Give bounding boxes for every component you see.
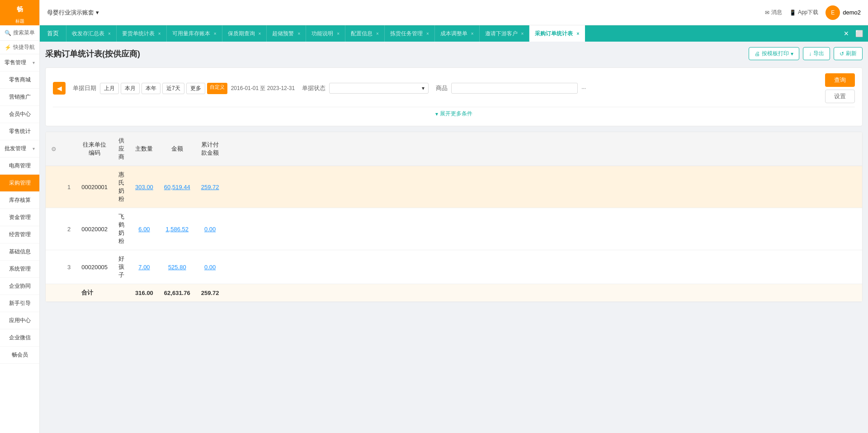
sidebar-item-basic-info[interactable]: 基础信息 (0, 243, 39, 261)
filter-collapse-btn[interactable]: ◀ (53, 82, 66, 95)
status-select[interactable]: ▾ (329, 83, 429, 94)
date-btn-more[interactable]: 更多 (186, 83, 205, 94)
product-input[interactable] (451, 83, 578, 94)
tab-cost-adjust[interactable]: 成本调整单 × (435, 25, 480, 42)
row-supplier-cell: 惠氏奶粉 (113, 166, 130, 208)
tab-close-icon10[interactable]: × (521, 31, 524, 36)
row-unit-code-cell: 00020001 (76, 166, 113, 208)
tab-close-icon5[interactable]: × (297, 31, 300, 36)
date-btn-7days[interactable]: 近7天 (162, 83, 184, 94)
sidebar-item-vip[interactable]: 畅会员 (0, 347, 39, 364)
filter-area: ◀ 单据日期 上月 本月 本年 近7天 更多 自定义 2016-01-01 至 … (45, 67, 863, 126)
gear-icon[interactable]: ⚙ (51, 146, 57, 152)
sidebar-item-retail-mgmt[interactable]: 零售管理 ▾ (0, 54, 39, 71)
table-row[interactable]: 1 00020001 惠氏奶粉 303.00 60,519.44 259.72 (46, 166, 862, 208)
app-download-btn[interactable]: 📱 App下载 (789, 9, 818, 16)
tab-order-summary[interactable]: 要货单统计表 × (117, 25, 167, 42)
tab-pick-task[interactable]: 拣货任务管理 × (385, 25, 435, 42)
date-range-display: 2016-01-01 至 2023-12-31 (231, 85, 295, 92)
tab-inventory-ledger[interactable]: 可用量库存账本 × (167, 25, 222, 42)
row-amount-cell[interactable]: 525.80 (159, 250, 196, 284)
row-quantity-cell[interactable]: 6.00 (130, 208, 159, 250)
custom-date-badge[interactable]: 自定义 (207, 83, 227, 94)
tab-close-all-btn[interactable]: ✕ (841, 28, 852, 39)
sidebar-item-enterprise-wx[interactable]: 企业微信 (0, 329, 39, 347)
col-paid: 累计付款金额 (196, 132, 225, 166)
date-btn-this-year[interactable]: 本年 (142, 83, 160, 94)
tab-invite-downstream[interactable]: 邀请下游客户 × (480, 25, 530, 42)
nav-icon: ⚡ (5, 44, 11, 51)
tab-maximize-btn[interactable]: ⬜ (854, 28, 864, 39)
product-label: 商品 (436, 84, 448, 92)
message-btn[interactable]: ✉ 消息 (765, 9, 782, 16)
print-button[interactable]: 🖨 按模板打印 ▾ (749, 47, 799, 60)
tab-close-icon7[interactable]: × (376, 31, 379, 36)
tab-config-info[interactable]: 配置信息 × (345, 25, 385, 42)
sidebar-item-app-center[interactable]: 应用中心 (0, 312, 39, 329)
sidebar-item-members[interactable]: 会员中心 (0, 106, 39, 123)
more-icon[interactable]: ··· (581, 85, 586, 91)
select-arrow-icon: ▾ (422, 85, 425, 91)
tab-home[interactable]: 首页 (40, 25, 66, 42)
tab-close-icon9[interactable]: × (471, 31, 474, 36)
tab-close-icon2[interactable]: × (158, 31, 161, 36)
tab-close-icon6[interactable]: × (337, 31, 340, 36)
row-unit-code-cell: 00020005 (76, 250, 113, 284)
footer-settings-cell (46, 284, 62, 302)
industry-selector[interactable]: 母婴行业演示账套 ▾ (47, 9, 99, 17)
page-actions: 🖨 按模板打印 ▾ ↓ 导出 ↺ 刷新 (749, 47, 863, 60)
sidebar-item-retail-mall[interactable]: 零售商城 (0, 71, 39, 89)
tab-close-icon3[interactable]: × (214, 31, 217, 36)
refresh-button[interactable]: ↺ 刷新 (834, 47, 863, 60)
tab-feature-desc[interactable]: 功能说明 × (306, 25, 345, 42)
row-quantity-cell[interactable]: 7.00 (130, 250, 159, 284)
tab-warranty-query[interactable]: 保质期查询 × (222, 25, 267, 42)
row-paid-cell[interactable]: 0.00 (196, 208, 225, 250)
app-logo[interactable]: 畅 标题 (0, 0, 39, 25)
sidebar: 畅 标题 🔍 搜索菜单 ⚡ 快捷导航 零售管理 ▾ 零售商城 营销推广 会员中心… (0, 0, 40, 433)
row-extra-cell (224, 166, 862, 208)
sidebar-item-inventory[interactable]: 库存核算 (0, 192, 39, 209)
search-menu-item[interactable]: 🔍 搜索菜单 (0, 25, 39, 41)
sidebar-item-ecommerce[interactable]: 电商管理 (0, 157, 39, 175)
sidebar-item-sys-mgmt[interactable]: 系统管理 (0, 261, 39, 278)
tab-close-icon11[interactable]: × (576, 31, 579, 36)
row-supplier-cell: 好孩子 (113, 250, 130, 284)
tab-receive-summary[interactable]: 收发存汇总表 × (66, 25, 117, 42)
quick-nav-item[interactable]: ⚡ 快捷导航 (0, 41, 39, 54)
status-label: 单据状态 (302, 84, 326, 92)
date-btn-last-month[interactable]: 上月 (100, 83, 119, 94)
tab-close-icon[interactable]: × (108, 31, 111, 36)
sidebar-item-retail-stats[interactable]: 零售统计 (0, 123, 39, 140)
row-paid-cell[interactable]: 259.72 (196, 166, 225, 208)
tab-bar: 首页 收发存汇总表 × 要货单统计表 × 可用量库存账本 × 保质期查询 × 超… (40, 25, 868, 42)
logo-text: 标题 (15, 18, 24, 24)
user-menu[interactable]: E demo2 (826, 5, 861, 20)
tab-close-icon4[interactable]: × (259, 31, 261, 36)
col-supplier: 供应商 (113, 132, 130, 166)
sidebar-item-finance[interactable]: 资金管理 (0, 209, 39, 226)
col-row-num (62, 132, 76, 166)
expand-conditions-btn[interactable]: ▾ 展开更多条件 (53, 107, 855, 120)
table-footer-row: 合计 316.00 62,631.76 259.72 (46, 284, 862, 302)
settings-button[interactable]: 设置 (825, 90, 855, 103)
tab-purchase-stats[interactable]: 采购订单统计表 × (529, 25, 585, 42)
sidebar-item-enterprise[interactable]: 企业协同 (0, 278, 39, 295)
table-row[interactable]: 3 00020005 好孩子 7.00 525.80 0.00 (46, 250, 862, 284)
date-btn-this-month[interactable]: 本月 (121, 83, 140, 94)
sidebar-item-marketing[interactable]: 营销推广 (0, 89, 39, 106)
tab-overstock-warning[interactable]: 超储预警 × (267, 25, 306, 42)
row-quantity-cell[interactable]: 303.00 (130, 166, 159, 208)
chevron-down-icon2: ▾ (33, 146, 35, 151)
table-row[interactable]: 2 00020002 飞鹤奶粉 6.00 1,586.52 0.00 (46, 208, 862, 250)
row-amount-cell[interactable]: 1,586.52 (159, 208, 196, 250)
row-paid-cell[interactable]: 0.00 (196, 250, 225, 284)
sidebar-item-new-guide[interactable]: 新手引导 (0, 295, 39, 312)
export-button[interactable]: ↓ 导出 (803, 47, 830, 60)
sidebar-item-wholesale[interactable]: 批发管理 ▾ (0, 140, 39, 157)
query-button[interactable]: 查询 (825, 73, 855, 87)
tab-close-icon8[interactable]: × (426, 31, 429, 36)
sidebar-item-operation[interactable]: 经营管理 (0, 226, 39, 243)
sidebar-item-purchase[interactable]: 采购管理 (0, 175, 39, 192)
row-amount-cell[interactable]: 60,519.44 (159, 166, 196, 208)
